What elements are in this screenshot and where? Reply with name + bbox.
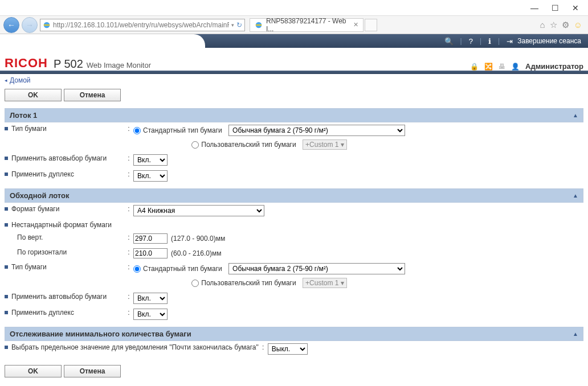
user-icon: 👤 — [511, 63, 520, 71]
custom-type-select: +Custom 1 ▾ — [303, 278, 347, 288]
browser-toolbar: ← → ▾ ↻ RNP583879214177 - Web I... ✕ ⌂ ☆… — [0, 16, 588, 34]
duplex-dropdown[interactable]: Вкл. — [133, 309, 168, 320]
address-bar[interactable]: ▾ ↻ — [40, 19, 245, 31]
search-icon[interactable]: 🔍 — [442, 37, 456, 46]
logout-icon: ⇥ — [504, 37, 515, 46]
favorites-icon[interactable]: ☆ — [550, 20, 557, 30]
share-icon: 🔀 — [484, 63, 493, 71]
vert-input[interactable] — [133, 233, 168, 244]
help-icon[interactable]: ? — [467, 37, 475, 46]
maximize-button[interactable]: ☐ — [545, 2, 565, 14]
collapse-icon[interactable]: ▲ — [573, 331, 578, 337]
vert-hint: (127.0 - 900.0)мм — [171, 235, 225, 243]
url-input[interactable] — [53, 21, 229, 29]
custom-type-radio[interactable] — [191, 141, 199, 149]
logo: RICOH — [5, 56, 48, 71]
paper-type-label: Тип бумаги — [11, 125, 47, 133]
horz-hint: (60.0 - 216.0)мм — [171, 249, 222, 257]
tab-title: RNP583879214177 - Web I... — [266, 17, 350, 33]
auto-select-label: Применить автовыбор бумаги — [11, 293, 107, 301]
std-type-radio[interactable] — [133, 265, 141, 273]
app-header: RICOH P 502 Web Image Monitor 🔒 🔀 🖶 👤 Ад… — [0, 48, 588, 71]
ie-page-icon — [255, 21, 263, 29]
section-title: Отслеживание минимального количества бум… — [10, 330, 191, 338]
ie-page-icon — [43, 21, 51, 29]
admin-label: Администратор — [525, 62, 583, 71]
std-type-label: Стандартный тип бумаги — [143, 126, 222, 134]
custom-type-label: Пользовательский тип бумаги — [201, 141, 296, 149]
std-type-radio[interactable] — [133, 127, 141, 134]
std-type-select[interactable]: Обычная бумага 2 (75-90 г/м²) — [228, 263, 405, 274]
cancel-button-top[interactable]: Отмена — [64, 89, 121, 101]
limit-select[interactable]: Выкл. — [268, 343, 308, 355]
auto-select-dropdown[interactable]: Вкл. — [133, 293, 168, 304]
refresh-icon[interactable]: ↻ — [236, 21, 242, 29]
back-button[interactable]: ← — [3, 17, 19, 33]
horz-input[interactable] — [133, 248, 168, 258]
duplex-dropdown[interactable]: Вкл. — [133, 170, 168, 182]
app-subtitle: Web Image Monitor — [87, 61, 151, 69]
section-title: Обходной лоток — [10, 191, 70, 200]
auto-select-label: Применить автовыбор бумаги — [11, 154, 107, 162]
browser-tab[interactable]: RNP583879214177 - Web I... ✕ — [250, 18, 364, 32]
collapse-icon[interactable]: ▲ — [573, 112, 578, 118]
close-button[interactable]: ✕ — [565, 2, 586, 14]
window-titlebar: — ☐ ✕ — [0, 0, 588, 16]
nonstd-size-label: Нестандартный формат бумаги — [11, 221, 112, 229]
lock-icon: 🔒 — [470, 63, 479, 71]
auto-select-dropdown[interactable]: Вкл. — [133, 154, 168, 166]
paper-size-label: Формат бумаги — [11, 205, 59, 213]
section-title: Лоток 1 — [10, 111, 37, 120]
std-type-label: Стандартный тип бумаги — [143, 265, 222, 273]
home-link[interactable]: Домой — [10, 76, 31, 84]
paper-size-select[interactable]: A4 Книжная — [133, 205, 264, 216]
logout-link[interactable]: Завершение сеанса — [515, 37, 583, 45]
paper-type-label: Тип бумаги — [11, 263, 47, 271]
model-name: P 502 — [54, 58, 83, 71]
ok-button-top[interactable]: OK — [5, 89, 62, 101]
minimize-button[interactable]: — — [524, 2, 545, 14]
app-topbar: 🔍 | ? | ℹ | ⇥ Завершение сеанса — [0, 34, 588, 48]
std-type-select[interactable]: Обычная бумага 2 (75-90 г/м²) — [228, 125, 405, 136]
custom-type-select: +Custom 1 ▾ — [303, 139, 347, 150]
feedback-icon[interactable]: ☺ — [574, 20, 582, 30]
home-icon[interactable]: ⌂ — [540, 20, 545, 30]
forward-button[interactable]: → — [22, 17, 38, 33]
section-bypass: Обходной лоток ▲ — [5, 188, 583, 203]
bullet-icon — [5, 127, 8, 130]
duplex-label: Применить дуплекс — [11, 309, 74, 317]
cancel-button-bottom[interactable]: Отмена — [64, 365, 121, 377]
vert-label: По верт. — [17, 233, 43, 241]
custom-type-radio[interactable] — [191, 280, 199, 287]
settings-icon[interactable]: ⚙ — [562, 20, 569, 30]
duplex-label: Применить дуплекс — [11, 170, 74, 178]
collapse-icon[interactable]: ▲ — [573, 192, 578, 199]
section-tray1: Лоток 1 ▲ — [5, 108, 583, 122]
new-tab-button[interactable] — [365, 19, 377, 31]
section-tracking: Отслеживание минимального количества бум… — [5, 327, 583, 341]
custom-type-label: Пользовательский тип бумаги — [201, 279, 296, 287]
ok-button-bottom[interactable]: OK — [5, 365, 62, 377]
printer-icon: 🖶 — [499, 63, 505, 71]
limit-label: Выбрать предельное значение для уведомле… — [11, 343, 259, 351]
dropdown-icon[interactable]: ▾ — [231, 22, 234, 28]
triangle-icon: ◂ — [5, 77, 7, 83]
tab-close-icon[interactable]: ✕ — [353, 21, 358, 28]
horz-label: По горизонтали — [17, 248, 67, 256]
info-icon[interactable]: ℹ — [486, 37, 493, 46]
